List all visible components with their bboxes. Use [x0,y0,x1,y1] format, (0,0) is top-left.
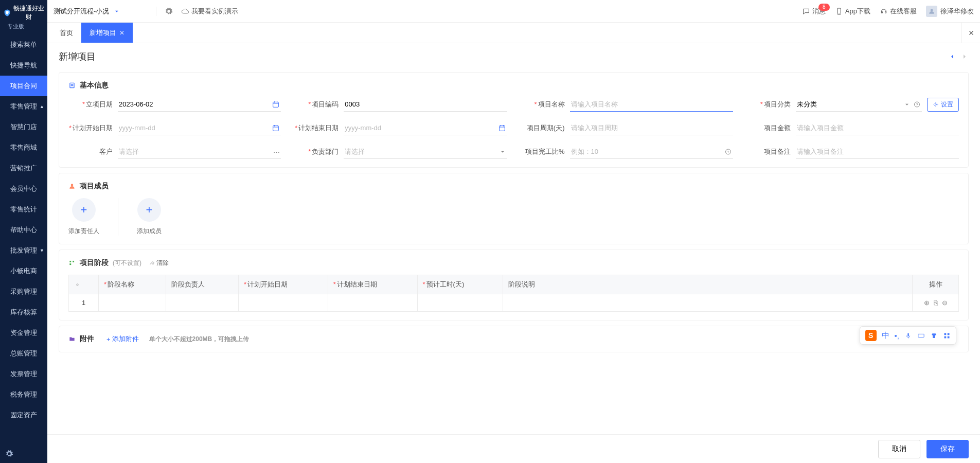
input-plan-start[interactable] [118,121,281,135]
label-project-category: 项目分类 [764,100,791,108]
ime-keyboard-icon[interactable] [917,332,925,340]
calendar-icon[interactable] [272,100,280,109]
category-settings-button[interactable]: 设置 [927,98,959,112]
messages-link[interactable]: 消息 [802,7,826,16]
customer-service-link[interactable]: 在线客服 [880,7,917,16]
user-menu[interactable]: 徐泽华修改 [926,6,974,17]
close-icon[interactable]: ✕ [119,29,124,37]
add-member-button[interactable]: + [137,198,161,222]
input-project-name[interactable] [570,97,733,112]
content-scroll[interactable]: 基本信息 *立项日期 *项目编码 *项目名称 *项目分类 [47,67,980,463]
tab-home[interactable]: 首页 [51,23,81,43]
sidebar-item-1[interactable]: 快捷导航 [0,55,47,76]
svg-point-1 [839,13,839,13]
input-project-code[interactable] [344,97,507,112]
ime-toolbar[interactable]: S 中 •, [860,326,956,345]
ime-lang[interactable]: 中 [882,331,889,341]
messages-label: 消息 [812,7,826,16]
sidebar-item-17[interactable]: 税务管理 [0,384,47,405]
sidebar-item-7[interactable]: 会员中心 [0,179,47,199]
cell-hours[interactable] [417,294,503,312]
caret-left-icon [948,52,956,61]
sidebar-item-6[interactable]: 营销推广 [0,158,47,179]
cell-desc[interactable] [503,294,913,312]
close-all-tabs[interactable] [961,23,980,43]
brand-logo-icon [3,9,11,17]
row-delete-button[interactable]: ⊖ [942,299,948,307]
tab-home-label: 首页 [60,28,73,38]
gear-icon [933,101,939,108]
app-download-link[interactable]: App下载 [835,7,870,16]
add-owner-button[interactable]: + [72,198,96,222]
chevron-down-icon[interactable] [499,148,506,155]
sidebar-item-13[interactable]: 库存核算 [0,302,47,323]
sidebar: 畅捷通好业财 专业版 搜索菜单快捷导航项目合同零售管理▲智慧门店零售商城营销推广… [0,0,47,463]
calendar-icon[interactable] [272,124,280,132]
footer-actions: 取消 保存 [47,434,980,463]
sidebar-item-10[interactable]: 批发管理▼ [0,240,47,261]
input-customer[interactable] [118,145,281,159]
svg-text:?: ? [916,103,918,106]
next-record[interactable] [960,52,969,61]
help-icon[interactable]: ? [724,148,732,156]
sidebar-item-14[interactable]: 资金管理 [0,323,47,343]
input-amount[interactable] [796,121,959,135]
ime-punct-icon[interactable]: •, [895,331,899,340]
col-stage-owner: 阶段负责人 [166,275,239,294]
cell-end[interactable] [328,294,417,312]
input-department[interactable] [344,145,507,159]
input-project-date[interactable] [118,97,281,112]
add-attachment-button[interactable]: +添加附件 [106,334,139,344]
row-add-button[interactable]: ⊕ [924,299,930,307]
row-copy-button[interactable]: ⎘ [934,299,938,307]
sidebar-item-11[interactable]: 小畅电商 [0,261,47,281]
ime-toolbox-icon[interactable] [943,332,951,340]
stages-hint: (可不设置) [113,259,141,268]
input-completion-pct[interactable] [570,145,733,159]
add-member-label: 添加成员 [137,227,162,236]
sidebar-item-18[interactable]: 固定资产 [0,405,47,425]
sogou-logo-icon: S [865,330,877,341]
caret-icon: ▲ [40,104,44,109]
sidebar-settings[interactable] [0,444,47,463]
help-icon[interactable]: ? [913,101,921,109]
save-button[interactable]: 保存 [926,440,969,458]
sidebar-item-4[interactable]: 智慧门店 [0,117,47,137]
card-basic-info: 基本信息 *立项日期 *项目编码 *项目名称 *项目分类 [59,72,969,168]
more-icon[interactable]: ⋯ [273,148,280,156]
cell-owner[interactable] [166,294,239,312]
cell-start[interactable] [239,294,328,312]
account-selector[interactable]: 测试分开流程-小况 [54,7,156,16]
prev-record[interactable] [948,52,956,61]
ime-skin-icon[interactable] [930,332,938,340]
sidebar-item-3[interactable]: 零售管理▲ [0,96,47,117]
sidebar-item-16[interactable]: 发票管理 [0,364,47,384]
sidebar-item-12[interactable]: 采购管理 [0,281,47,302]
brand-block: 畅捷通好业财 专业版 [0,0,47,34]
label-department: 负责部门 [312,148,338,155]
col-stage-name: *阶段名称 [99,275,166,294]
plus-icon: + [106,335,111,343]
col-stage-op: 操作 [913,275,959,294]
sidebar-item-8[interactable]: 零售统计 [0,199,47,220]
ime-mic-icon[interactable] [904,332,912,340]
sidebar-item-5[interactable]: 零售商城 [0,137,47,158]
input-plan-end[interactable] [344,121,507,135]
clear-stages-button[interactable]: 清除 [149,259,169,268]
calendar-icon[interactable] [498,124,506,132]
cell-name[interactable] [99,294,166,312]
sidebar-item-9[interactable]: 帮助中心 [0,220,47,240]
headset-icon [880,7,888,15]
input-cycle[interactable] [570,121,733,135]
input-remark[interactable] [796,145,959,159]
gear-icon[interactable] [165,7,173,15]
sidebar-item-0[interactable]: 搜索菜单 [0,34,47,55]
cancel-button[interactable]: 取消 [878,440,920,458]
demo-link[interactable]: 我要看实例演示 [181,7,238,16]
chevron-down-icon[interactable] [903,101,911,108]
sidebar-item-2[interactable]: 项目合同 [0,76,47,96]
col-gear[interactable] [69,275,99,294]
tab-new-project[interactable]: 新增项目 ✕ [81,23,133,43]
col-stage-desc: 阶段说明 [503,275,913,294]
sidebar-item-15[interactable]: 总账管理 [0,343,47,364]
